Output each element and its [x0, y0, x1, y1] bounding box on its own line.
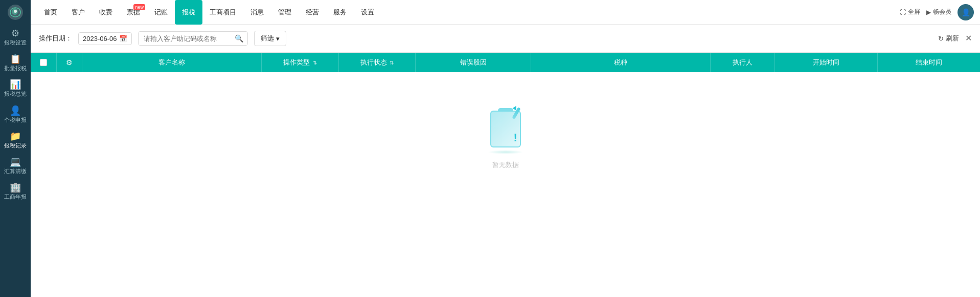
sidebar-label-personal-tax: 个税申报	[4, 117, 27, 123]
nav-item-invoices[interactable]: 票据new	[120, 0, 147, 25]
content-area: 操作日期： 2023-06-06 📅 🔍 筛选 ▾ ↻ 刷新 ✕	[31, 25, 980, 297]
date-value: 2023-06-06	[83, 35, 117, 43]
date-label: 操作日期：	[39, 34, 72, 43]
nav-label-messages: 消息	[250, 8, 264, 17]
th-client-name: 客户名称	[82, 53, 261, 72]
th-checkbox	[31, 53, 56, 72]
th-client-label: 客户名称	[158, 58, 185, 66]
tax-overview-icon: 📊	[10, 80, 21, 89]
nav-item-tax[interactable]: 报税	[175, 0, 202, 25]
tax-records-icon: 📁	[10, 132, 21, 141]
search-input[interactable]	[139, 32, 231, 45]
personal-tax-icon: 👤	[10, 106, 21, 115]
nav-item-settings[interactable]: 设置	[354, 0, 381, 25]
svg-point-1	[14, 10, 17, 13]
filter-label: 筛选	[261, 34, 274, 43]
nav-item-clients[interactable]: 客户	[64, 0, 92, 25]
vip-label: 畅会员	[933, 8, 951, 16]
nav-item-business[interactable]: 工商项目	[202, 0, 243, 25]
search-box: 🔍	[138, 31, 248, 46]
remittance-icon: 💻	[10, 157, 21, 166]
sidebar-item-tax-overview[interactable]: 📊 报税总览	[0, 76, 31, 101]
base-shadow	[488, 150, 523, 154]
user-avatar[interactable]: 👤	[958, 4, 974, 20]
nav-label-tax: 报税	[182, 8, 195, 17]
sidebar-item-tax-settings[interactable]: ⚙ 报税设置	[0, 25, 31, 50]
th-exec-status[interactable]: 执行状态 ⇅	[338, 53, 416, 72]
th-starttime-label: 开始时间	[813, 58, 839, 66]
filter-button[interactable]: 筛选 ▾	[254, 31, 286, 46]
sidebar-label-tax-records: 报税记录	[4, 142, 27, 149]
nav-label-services: 服务	[333, 8, 347, 17]
refresh-icon: ↻	[938, 35, 944, 43]
nav-label-business: 工商项目	[210, 8, 236, 17]
sidebar-label-annual-report: 工商年报	[4, 194, 27, 200]
nav-badge-invoices: new	[133, 4, 145, 11]
app-logo	[0, 0, 31, 25]
refresh-label: 刷新	[946, 34, 959, 43]
th-tax-type: 税种	[531, 53, 711, 72]
nav-label-management: 管理	[278, 8, 291, 17]
vip-icon: ▶	[926, 9, 931, 16]
topnav-right: ⛶ 全屏 ▶ 畅会员 👤	[900, 4, 974, 20]
th-executor: 执行人	[711, 53, 774, 72]
search-button[interactable]: 🔍	[231, 32, 247, 45]
top-navigation: 首页客户收费票据new记账报税工商项目消息管理经营服务设置 ⛶ 全屏 ▶ 畅会员…	[31, 0, 980, 25]
toolbar-right: ↻ 刷新 ✕	[938, 34, 972, 43]
refresh-button[interactable]: ↻ 刷新	[938, 34, 959, 43]
sidebar-label-remittance: 汇算清缴	[4, 168, 27, 175]
date-picker[interactable]: 2023-06-06 📅	[78, 32, 132, 45]
th-status-label: 执行状态	[360, 58, 387, 66]
data-table: ⚙ 客户名称 操作类型 ⇅ 执行状态 ⇅	[31, 53, 980, 200]
nav-item-management[interactable]: 管理	[271, 0, 299, 25]
avatar-icon: 👤	[962, 8, 970, 16]
nav-item-billing[interactable]: 收费	[92, 0, 120, 25]
nav-label-accounting: 记账	[154, 8, 168, 17]
fullscreen-icon: ⛶	[900, 9, 906, 16]
vip-button[interactable]: ▶ 畅会员	[926, 8, 951, 16]
fullscreen-label: 全屏	[908, 8, 920, 16]
table-container: ⚙ 客户名称 操作类型 ⇅ 执行状态 ⇅	[31, 53, 980, 297]
th-error-reason: 错误股因	[416, 53, 531, 72]
table-header-row: ⚙ 客户名称 操作类型 ⇅ 执行状态 ⇅	[31, 53, 980, 72]
nav-label-billing: 收费	[99, 8, 112, 17]
th-settings: ⚙	[56, 53, 82, 72]
nav-item-accounting[interactable]: 记账	[147, 0, 175, 25]
sidebar-label-batch-tax: 批量报税	[4, 65, 27, 72]
tax-settings-icon: ⚙	[11, 29, 19, 38]
sidebar-item-tax-records[interactable]: 📁 报税记录	[0, 128, 31, 153]
nav-item-home[interactable]: 首页	[37, 0, 64, 25]
empty-state: ! 暂无数据	[31, 72, 980, 200]
th-errreason-label: 错误股因	[460, 58, 487, 66]
th-start-time: 开始时间	[774, 53, 877, 72]
exclamation-mark: !	[514, 131, 517, 144]
sidebar-item-batch-tax[interactable]: 📋 批量报税	[0, 50, 31, 76]
nav-label-home: 首页	[44, 8, 57, 17]
sort-optype-icon: ⇅	[313, 60, 317, 66]
nav-item-services[interactable]: 服务	[326, 0, 354, 25]
nav-item-messages[interactable]: 消息	[243, 0, 271, 25]
select-all-checkbox[interactable]	[40, 59, 47, 66]
main-container: 首页客户收费票据new记账报税工商项目消息管理经营服务设置 ⛶ 全屏 ▶ 畅会员…	[31, 0, 980, 297]
empty-state-row: ! 暂无数据	[31, 72, 980, 200]
sidebar-item-personal-tax[interactable]: 👤 个税申报	[0, 102, 31, 128]
sidebar-item-remittance[interactable]: 💻 汇算清缴	[0, 153, 31, 179]
batch-tax-icon: 📋	[10, 54, 21, 63]
th-op-type[interactable]: 操作类型 ⇅	[262, 53, 339, 72]
table-body: ! 暂无数据	[31, 72, 980, 200]
sidebar-label-tax-overview: 报税总览	[4, 91, 27, 97]
sort-status-icon: ⇅	[390, 60, 394, 66]
chevron-down-icon: ▾	[276, 35, 280, 43]
nav-label-clients: 客户	[72, 8, 85, 17]
sidebar-item-annual-report[interactable]: 🏢 工商年报	[0, 179, 31, 204]
fullscreen-button[interactable]: ⛶ 全屏	[900, 8, 920, 16]
th-executor-label: 执行人	[733, 58, 753, 66]
th-optype-label: 操作类型	[283, 58, 310, 66]
column-settings-icon[interactable]: ⚙	[66, 58, 73, 67]
nav-item-finance[interactable]: 经营	[299, 0, 326, 25]
nav-items: 首页客户收费票据new记账报税工商项目消息管理经营服务设置	[37, 0, 900, 25]
toolbar: 操作日期： 2023-06-06 📅 🔍 筛选 ▾ ↻ 刷新 ✕	[31, 25, 980, 53]
sidebar-label-tax-settings: 报税设置	[4, 39, 27, 46]
close-button[interactable]: ✕	[965, 34, 972, 43]
th-taxtype-label: 税种	[614, 58, 627, 66]
